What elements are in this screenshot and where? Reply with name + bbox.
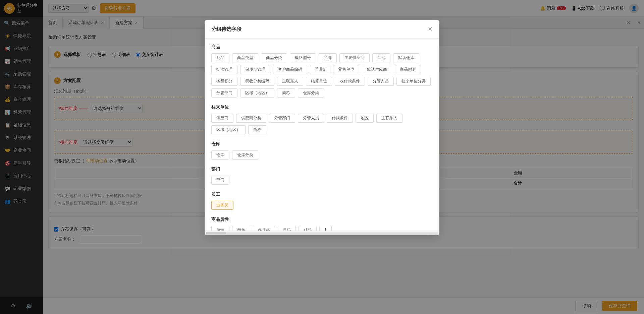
hscroll-track xyxy=(206,232,438,234)
modal-fields-product: 商品商品类型商品分类规格型号品牌主要供应商产地默认仓库批次管理保质期管理客户商品… xyxy=(211,53,433,98)
field-tag-attr[interactable]: 属性 xyxy=(211,226,229,231)
field-tag-multi-spec[interactable]: 多规格 xyxy=(253,226,275,231)
field-tag-manage-dept[interactable]: 分管部门 xyxy=(211,88,237,98)
field-tag-dept[interactable]: 分管部门 xyxy=(269,114,295,123)
modal-section-partner: 往来单位供应商供应商分类分管部门分管人员付款条件地区主联系人区域（地区）简称 xyxy=(211,104,433,134)
modal-section-department: 部门部门 xyxy=(211,166,433,185)
field-tag-salesperson[interactable]: 业务员 xyxy=(211,201,233,210)
field-tag-default-supplier[interactable]: 默认供应商 xyxy=(362,65,392,74)
modal-overlay: 分组待选字段 ✕ 商品商品商品类型商品分类规格型号品牌主要供应商产地默认仓库批次… xyxy=(0,0,644,314)
modal-fields-product-attr: 属性颜色多规格尺码鞋码1 xyxy=(211,226,433,231)
modal-section-title-department: 部门 xyxy=(211,166,433,172)
field-tag-weight3[interactable]: 重量3 xyxy=(310,65,330,74)
modal-fields-warehouse: 仓库仓库分类 xyxy=(211,150,433,160)
field-tag-warehouse-category[interactable]: 仓库分类 xyxy=(298,88,324,98)
field-tag-settle-unit[interactable]: 结算单位 xyxy=(306,77,332,86)
modal-fields-employee: 业务员 xyxy=(211,201,433,210)
field-tag-warehouse-cat[interactable]: 仓库分类 xyxy=(232,150,258,160)
field-tag-main-contact2[interactable]: 主联系人 xyxy=(376,114,402,123)
modal: 分组待选字段 ✕ 商品商品商品类型商品分类规格型号品牌主要供应商产地默认仓库批次… xyxy=(205,20,439,235)
field-tag-product-alias[interactable]: 商品别名 xyxy=(395,65,421,74)
field-tag-supplier[interactable]: 供应商 xyxy=(211,114,233,123)
modal-section-title-product-attr: 商品属性 xyxy=(211,216,433,223)
field-tag-batch-mgmt[interactable]: 批次管理 xyxy=(211,65,237,74)
modal-body: 商品商品商品类型商品分类规格型号品牌主要供应商产地默认仓库批次管理保质期管理客户… xyxy=(205,39,439,231)
field-tag-short-name2[interactable]: 简称 xyxy=(248,125,266,134)
field-tag-default-warehouse[interactable]: 默认仓库 xyxy=(393,53,419,62)
field-tag-color[interactable]: 颜色 xyxy=(232,226,250,231)
field-tag-brand[interactable]: 品牌 xyxy=(319,53,337,62)
field-tag-spec-type[interactable]: 规格型号 xyxy=(290,53,316,62)
field-tag-quality-period[interactable]: 保质期管理 xyxy=(240,65,270,74)
modal-header: 分组待选字段 ✕ xyxy=(205,20,439,39)
modal-section-warehouse: 仓库仓库仓库分类 xyxy=(211,141,433,160)
field-tag-custom1[interactable]: 1 xyxy=(319,226,332,231)
field-tag-dept-manager[interactable]: 分管人员 xyxy=(298,114,324,123)
field-tag-main-supplier[interactable]: 主要供应商 xyxy=(339,53,370,62)
field-tag-source-unit-category[interactable]: 往来单位分类 xyxy=(396,77,431,86)
field-tag-retail-unit[interactable]: 零售单位 xyxy=(333,65,359,74)
field-tag-pickup-score[interactable]: 拣货积分 xyxy=(211,77,237,86)
modal-fields-partner: 供应商供应商分类分管部门分管人员付款条件地区主联系人区域（地区）简称 xyxy=(211,114,433,134)
field-tag-product[interactable]: 商品 xyxy=(211,53,229,62)
field-tag-department[interactable]: 部门 xyxy=(211,176,229,185)
field-tag-short-name[interactable]: 简称 xyxy=(277,88,295,98)
modal-section-title-partner: 往来单位 xyxy=(211,104,433,110)
field-tag-size[interactable]: 尺码 xyxy=(278,226,296,231)
modal-section-product-attr: 商品属性属性颜色多规格尺码鞋码1 xyxy=(211,216,433,231)
field-tag-product-type[interactable]: 商品类型 xyxy=(232,53,258,62)
modal-fields-department: 部门 xyxy=(211,176,433,185)
field-tag-customer-code[interactable]: 客户商品编码 xyxy=(273,65,307,74)
modal-hscroll[interactable] xyxy=(205,231,439,235)
field-tag-shoe-size[interactable]: 鞋码 xyxy=(299,226,317,231)
field-tag-payment-terms[interactable]: 收付款条件 xyxy=(335,77,365,86)
modal-title: 分组待选字段 xyxy=(211,26,241,33)
hscroll-thumb[interactable] xyxy=(206,232,226,234)
field-tag-origin[interactable]: 产地 xyxy=(372,53,390,62)
modal-close-icon[interactable]: ✕ xyxy=(428,25,433,33)
modal-section-product: 商品商品商品类型商品分类规格型号品牌主要供应商产地默认仓库批次管理保质期管理客户… xyxy=(211,44,433,98)
modal-section-employee: 员工业务员 xyxy=(211,191,433,210)
field-tag-main-contact[interactable]: 主联系人 xyxy=(277,77,303,86)
modal-section-title-product: 商品 xyxy=(211,44,433,50)
modal-section-title-employee: 员工 xyxy=(211,191,433,197)
field-tag-tax-code[interactable]: 税收分类编码 xyxy=(240,77,274,86)
field-tag-region2[interactable]: 地区 xyxy=(356,114,374,123)
field-tag-product-category[interactable]: 商品分类 xyxy=(261,53,287,62)
field-tag-region[interactable]: 区域（地区） xyxy=(240,88,274,98)
field-tag-warehouse[interactable]: 仓库 xyxy=(211,150,229,160)
modal-section-title-warehouse: 仓库 xyxy=(211,141,433,147)
field-tag-manager[interactable]: 分管人员 xyxy=(368,77,394,86)
field-tag-payment-condition[interactable]: 付款条件 xyxy=(327,114,353,123)
field-tag-region-area[interactable]: 区域（地区） xyxy=(211,125,246,134)
field-tag-supplier-category[interactable]: 供应商分类 xyxy=(236,114,266,123)
